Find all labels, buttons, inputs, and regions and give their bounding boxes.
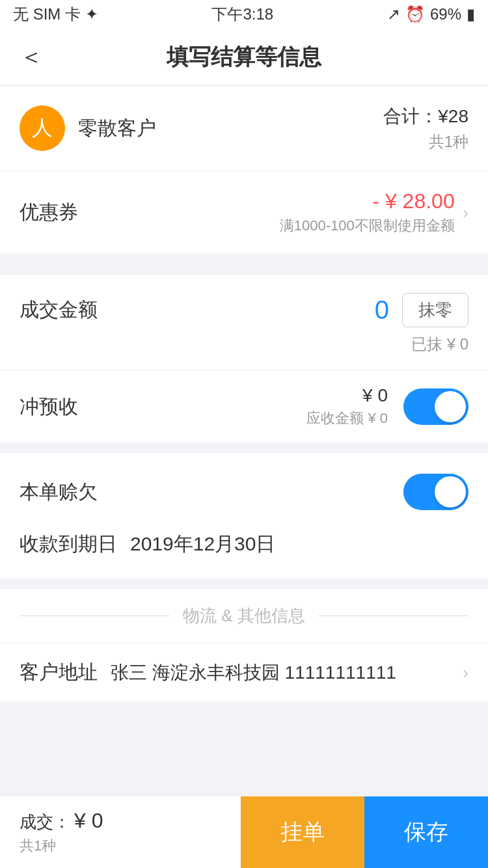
toggle-circle xyxy=(435,391,466,422)
customer-info-left: 人 零散客户 xyxy=(20,105,156,151)
customer-name: 零散客户 xyxy=(78,115,156,142)
customer-count: 共1种 xyxy=(383,131,468,152)
customer-section: 人 零散客户 合计：¥28 共1种 优惠券 - ¥ 28.00 满1000-10… xyxy=(0,86,488,254)
coupon-info: - ¥ 28.00 满1000-100不限制使用金额 xyxy=(280,189,455,236)
status-right: ↗ ⏰ 69% ▮ xyxy=(387,5,475,23)
precollect-receivable: 应收金额 ¥ 0 xyxy=(306,409,388,428)
divider-3 xyxy=(0,578,488,589)
bottom-deal-label: 成交： xyxy=(20,811,70,834)
coupon-discount: - ¥ 28.00 xyxy=(280,189,455,213)
logistics-line-right xyxy=(318,616,468,616)
address-chevron: › xyxy=(463,662,468,683)
hangup-label: 挂单 xyxy=(280,817,325,847)
page-title: 填写结算等信息 xyxy=(167,42,321,72)
due-date-value: 2019年12月30日 xyxy=(130,531,275,558)
battery-icon: ↗ xyxy=(387,5,400,23)
precollect-row: 冲预收 ¥ 0 应收金额 ¥ 0 xyxy=(0,370,488,442)
address-value: 张三 海淀永丰科技园 11111111111 xyxy=(111,660,463,685)
debt-toggle[interactable] xyxy=(403,474,468,510)
customer-row: 人 零散客户 合计：¥28 共1种 xyxy=(0,86,488,170)
sim-status: 无 SIM 卡 ✦ xyxy=(13,4,98,25)
bottom-count: 共1种 xyxy=(20,836,221,856)
precollect-amount: ¥ 0 xyxy=(306,385,388,406)
bottom-bar: 成交： ¥ 0 共1种 挂单 保存 xyxy=(0,796,488,868)
precollect-right: ¥ 0 应收金额 ¥ 0 xyxy=(306,385,468,428)
due-date-label: 收款到期日 xyxy=(20,531,117,558)
round-button[interactable]: 抹零 xyxy=(402,293,468,327)
coupon-label: 优惠券 xyxy=(20,199,78,226)
logistics-header: 物流 & 其他信息 xyxy=(0,589,488,643)
debt-toggle-circle xyxy=(435,476,466,508)
back-button[interactable]: ＜ xyxy=(20,41,43,73)
coupon-right: - ¥ 28.00 满1000-100不限制使用金额 › xyxy=(280,189,468,236)
save-label: 保存 xyxy=(404,817,448,847)
bottom-deal-row: 成交： ¥ 0 xyxy=(20,809,221,834)
transaction-section: 成交金额 0 抹零 已抹 ¥ 0 冲预收 ¥ 0 应收金额 ¥ 0 xyxy=(0,275,488,442)
battery-bar: ▮ xyxy=(467,5,475,23)
divider-1 xyxy=(0,264,488,275)
logistics-title: 物流 & 其他信息 xyxy=(183,604,305,627)
chevron-right-icon: › xyxy=(463,202,468,223)
divider-2 xyxy=(0,442,488,453)
bottom-deal-amount: ¥ 0 xyxy=(74,809,103,833)
precollect-info: ¥ 0 应收金额 ¥ 0 xyxy=(306,385,388,428)
debt-row: 本单赊欠 xyxy=(0,453,488,531)
status-bar: 无 SIM 卡 ✦ 下午3:18 ↗ ⏰ 69% ▮ xyxy=(0,0,488,29)
address-row[interactable]: 客户地址 张三 海淀永丰科技园 11111111111 › xyxy=(0,643,488,701)
save-button[interactable]: 保存 xyxy=(364,796,488,868)
debt-label: 本单赊欠 xyxy=(20,479,98,506)
customer-total: 合计：¥28 xyxy=(383,104,468,129)
address-chevron-icon: › xyxy=(463,662,468,683)
coupon-description: 满1000-100不限制使用金额 xyxy=(280,216,455,236)
status-left: 无 SIM 卡 ✦ xyxy=(13,4,98,25)
due-date-row: 收款到期日 2019年12月30日 xyxy=(0,531,488,578)
precollect-label: 冲预收 xyxy=(20,394,78,420)
logistics-line-left xyxy=(20,616,170,616)
status-time: 下午3:18 xyxy=(211,4,273,25)
hangup-button[interactable]: 挂单 xyxy=(241,796,364,868)
bottom-info: 成交： ¥ 0 共1种 xyxy=(0,796,241,868)
amount-value[interactable]: 0 xyxy=(375,295,389,325)
avatar: 人 xyxy=(20,105,65,151)
logistics-section: 物流 & 其他信息 客户地址 张三 海淀永丰科技园 11111111111 › xyxy=(0,589,488,701)
coupon-row[interactable]: 优惠券 - ¥ 28.00 满1000-100不限制使用金额 › xyxy=(0,170,488,254)
customer-info-right: 合计：¥28 共1种 xyxy=(383,104,468,152)
alarm-icon: ⏰ xyxy=(405,5,425,23)
amount-right: 0 抹零 xyxy=(375,293,468,327)
precollect-toggle[interactable] xyxy=(403,388,468,425)
amount-row: 成交金额 0 抹零 xyxy=(0,275,488,334)
content-spacer xyxy=(0,701,488,780)
address-label: 客户地址 xyxy=(20,659,98,686)
amount-label: 成交金额 xyxy=(20,297,98,323)
avatar-icon: 人 xyxy=(32,114,53,142)
nav-bar: ＜ 填写结算等信息 xyxy=(0,29,488,86)
amount-sub: 已抹 ¥ 0 xyxy=(0,334,488,370)
battery-level: 69% xyxy=(430,5,461,23)
debt-section: 本单赊欠 收款到期日 2019年12月30日 xyxy=(0,453,488,578)
